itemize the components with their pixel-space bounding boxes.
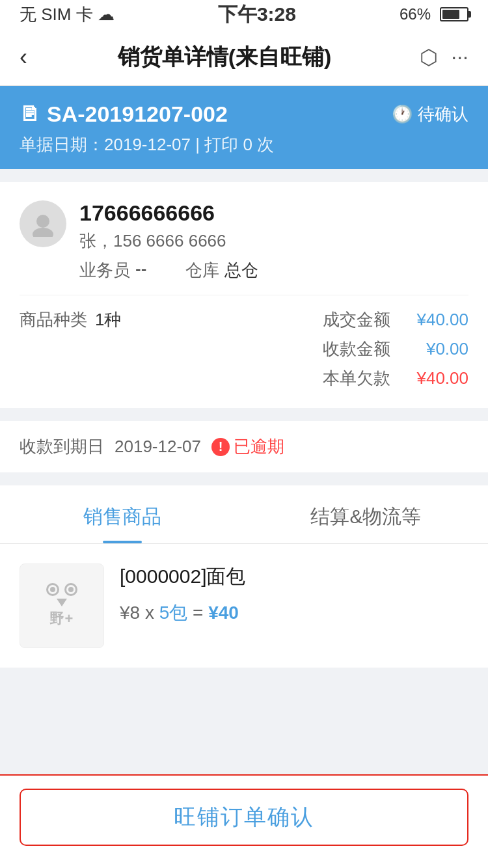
- confirm-button[interactable]: 旺铺订单确认: [20, 789, 468, 846]
- sim-status: 无 SIM 卡 ☁: [20, 3, 115, 26]
- equals-sign: =: [193, 603, 203, 623]
- order-id: 🖹 SA-20191207-002: [20, 102, 228, 127]
- amounts-section: 成交金额 ¥40.00 收款金额 ¥0.00 本单欠款 ¥40.00: [323, 308, 468, 390]
- order-id-text: SA-20191207-002: [47, 102, 228, 127]
- order-icon: 🖹: [20, 103, 39, 126]
- avatar: [20, 200, 66, 247]
- product-types: 商品种类 1种: [20, 308, 121, 331]
- more-icon[interactable]: ···: [451, 45, 468, 69]
- owed-value: ¥40.00: [403, 368, 468, 388]
- divider: [20, 295, 468, 295]
- transaction-label: 成交金额: [323, 308, 390, 331]
- status-bar: 无 SIM 卡 ☁ 下午3:28 66%: [0, 0, 488, 29]
- clock-icon: 🕐: [392, 104, 413, 124]
- customer-card: 17666666666 张，156 6666 6666 业务员 -- 仓库 总仓…: [0, 182, 488, 408]
- status-left: 无 SIM 卡 ☁: [20, 3, 115, 26]
- quantity-label: 5包: [159, 603, 188, 623]
- page-title: 销货单详情(来自旺铺): [118, 42, 332, 72]
- summary-section: 商品种类 1种 成交金额 ¥40.00 收款金额 ¥0.00 本单欠款 ¥40.…: [20, 308, 468, 390]
- back-icon[interactable]: ‹: [20, 44, 27, 71]
- share-icon[interactable]: ⬡: [420, 45, 438, 70]
- overdue-text: 已逾期: [234, 435, 284, 458]
- price-label: ¥8 x: [120, 603, 154, 623]
- product-image-placeholder: 野+: [46, 583, 77, 629]
- owed-label: 本单欠款: [323, 367, 390, 390]
- tab-underline: [103, 541, 142, 543]
- product-price-row: ¥8 x 5包 = ¥40: [120, 601, 468, 625]
- customer-name: 张，156 6666 6666: [79, 230, 468, 252]
- product-name: [0000002]面包: [120, 563, 468, 590]
- types-label: 商品种类: [20, 308, 87, 331]
- tab-settlement[interactable]: 结算&物流等: [244, 485, 488, 543]
- tab-sales-products[interactable]: 销售商品: [0, 485, 244, 543]
- status-right: 66%: [400, 5, 468, 23]
- order-status: 🕐 待确认: [392, 103, 468, 126]
- transaction-value: ¥40.00: [403, 310, 468, 330]
- product-info: [0000002]面包 ¥8 x 5包 = ¥40: [120, 563, 468, 625]
- salesperson-label: 业务员: [79, 259, 130, 282]
- salesperson-value: --: [135, 259, 146, 282]
- price-total: ¥40: [208, 603, 239, 623]
- tab-sales-label: 销售商品: [83, 506, 161, 527]
- order-header: 🖹 SA-20191207-002 🕐 待确认 单据日期：2019-12-07 …: [0, 86, 488, 169]
- due-date-card: 收款到期日 2019-12-07 ! 已逾期: [0, 421, 488, 472]
- warehouse-label: 仓库: [185, 259, 219, 282]
- status-text: 待确认: [418, 103, 468, 126]
- types-value: 1种: [95, 308, 121, 331]
- due-date-value: 2019-12-07: [115, 437, 201, 457]
- overdue-icon: !: [211, 438, 230, 456]
- product-card: 野+ [0000002]面包 ¥8 x 5包 = ¥40: [0, 544, 488, 668]
- customer-phone: 17666666666: [79, 200, 468, 226]
- status-time: 下午3:28: [218, 1, 296, 28]
- back-button[interactable]: ‹: [20, 44, 59, 71]
- tabs-container: 销售商品 结算&物流等: [0, 485, 488, 544]
- received-label: 收款金额: [323, 338, 390, 360]
- battery-percent: 66%: [400, 5, 431, 23]
- svg-point-0: [36, 215, 49, 228]
- svg-point-1: [33, 228, 53, 237]
- overdue-badge: ! 已逾期: [211, 435, 284, 458]
- warehouse-value: 总仓: [224, 259, 258, 282]
- nav-bar: ‹ 销货单详情(来自旺铺) ⬡ ···: [0, 29, 488, 86]
- due-date-label: 收款到期日: [20, 435, 104, 458]
- bottom-section: 旺铺订单确认: [0, 774, 488, 868]
- customer-info: 17666666666 张，156 6666 6666 业务员 -- 仓库 总仓: [79, 200, 468, 282]
- battery-icon: [440, 7, 468, 21]
- received-value: ¥0.00: [403, 339, 468, 359]
- customer-meta: 业务员 -- 仓库 总仓: [79, 259, 468, 282]
- nav-actions: ⬡ ···: [390, 45, 468, 70]
- product-thumbnail: 野+: [20, 563, 104, 648]
- tab-settlement-label: 结算&物流等: [310, 506, 421, 527]
- order-date: 单据日期：2019-12-07 | 打印 0 次: [20, 133, 468, 156]
